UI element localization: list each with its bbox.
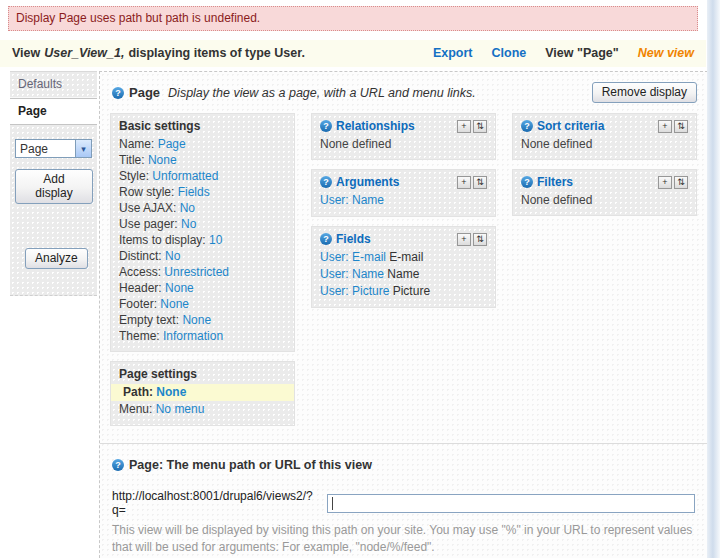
view-titlebar: ViewUser_View_1,displaying items of type…	[0, 40, 706, 67]
setting-value-link[interactable]: Information	[163, 329, 223, 343]
arguments-box: ? Arguments + ⇅ User: Name	[311, 169, 496, 217]
help-icon[interactable]: ?	[112, 87, 124, 99]
window-edge	[707, 0, 720, 558]
setting-row: Use pager: No	[119, 216, 286, 232]
add-display-button[interactable]: Add display	[15, 169, 93, 204]
setting-row: Access: Unrestricted	[119, 264, 286, 280]
setting-value-link[interactable]: No	[180, 201, 195, 215]
url-prefix: http://localhost:8001/drupal6/views2/?q=	[112, 489, 322, 517]
tab-page[interactable]: Page	[10, 98, 97, 125]
new-view-link[interactable]: New view	[638, 46, 694, 60]
field-item-label: Name	[387, 267, 419, 281]
sort-criteria-title-link[interactable]: Sort criteria	[537, 119, 604, 133]
relationships-empty: None defined	[320, 136, 487, 152]
setting-label: Use pager:	[119, 217, 178, 231]
setting-row: Row style: Fields	[119, 184, 286, 200]
settings-columns: Basic settings Name: Page Title: None St…	[110, 113, 697, 435]
sidebar-widgets: Page ▾ Add display Analyze	[10, 125, 97, 296]
help-icon[interactable]: ?	[521, 176, 533, 188]
path-input[interactable]	[327, 494, 695, 513]
filters-header: ? Filters + ⇅	[521, 175, 688, 189]
setting-label: Theme:	[119, 329, 160, 343]
setting-value-link[interactable]: Unrestricted	[164, 265, 229, 279]
display-description: Display the view as a page, with a URL a…	[168, 86, 592, 100]
field-item-link[interactable]: User: E-mail	[320, 250, 386, 264]
display-title: Page	[129, 85, 160, 100]
arguments-title-link[interactable]: Arguments	[336, 175, 399, 189]
argument-item-link[interactable]: User: Name	[320, 193, 384, 207]
setting-value-link[interactable]: 10	[209, 233, 222, 247]
path-form-title: Page: The menu path or URL of this view	[129, 458, 372, 472]
setting-value-link[interactable]: None	[165, 281, 194, 295]
display-details-panel: ? Page Display the view as a page, with …	[99, 71, 708, 558]
setting-value-link[interactable]: Unformatted	[152, 169, 218, 183]
setting-value-link[interactable]: Page	[158, 137, 186, 151]
rearrange-icon[interactable]: ⇅	[473, 233, 487, 246]
content-row: Defaults Page Page ▾ Add display Analyze…	[0, 67, 706, 558]
clone-link[interactable]: Clone	[492, 46, 527, 60]
add-icon[interactable]: +	[658, 176, 672, 189]
tab-defaults[interactable]: Defaults	[10, 71, 97, 98]
help-icon[interactable]: ?	[320, 176, 332, 188]
basic-settings-box: Basic settings Name: Page Title: None St…	[110, 113, 295, 352]
filters-title-link[interactable]: Filters	[537, 175, 573, 189]
setting-label: Title:	[119, 153, 145, 167]
sort-criteria-header: ? Sort criteria + ⇅	[521, 119, 688, 133]
field-item: User: Name Name	[320, 266, 487, 283]
filters-empty: None defined	[521, 192, 688, 208]
column-right: ? Sort criteria + ⇅ None defined	[512, 113, 697, 225]
field-item-label: Picture	[393, 284, 430, 298]
page-settings-box: Page settings Path: None Menu: No menu	[110, 361, 295, 426]
setting-row: Theme: Information	[119, 328, 286, 344]
analyze-button[interactable]: Analyze	[25, 248, 88, 269]
menu-value-link[interactable]: No menu	[156, 402, 205, 416]
setting-value-link[interactable]: None	[182, 313, 211, 327]
setting-label: Distinct:	[119, 249, 162, 263]
view-summary-suffix: displaying items of type User.	[128, 46, 304, 60]
rearrange-icon[interactable]: ⇅	[473, 120, 487, 133]
setting-row: Style: Unformatted	[119, 168, 286, 184]
path-form-heading: ? Page: The menu path or URL of this vie…	[112, 458, 695, 472]
column-middle: ? Relationships + ⇅ None defined	[311, 113, 496, 317]
export-link[interactable]: Export	[433, 46, 473, 60]
help-icon[interactable]: ?	[521, 120, 533, 132]
help-icon[interactable]: ?	[320, 233, 332, 245]
help-icon[interactable]: ?	[320, 120, 332, 132]
path-label: Path:	[119, 385, 153, 399]
add-icon[interactable]: +	[457, 120, 471, 133]
relationships-title-link[interactable]: Relationships	[336, 119, 415, 133]
display-type-select[interactable]: Page ▾	[15, 139, 92, 158]
fields-header: ? Fields + ⇅	[320, 232, 487, 246]
add-icon[interactable]: +	[457, 233, 471, 246]
arguments-header: ? Arguments + ⇅	[320, 175, 487, 189]
rearrange-icon[interactable]: ⇅	[473, 176, 487, 189]
setting-row: Items to display: 10	[119, 232, 286, 248]
column-settings: Basic settings Name: Page Title: None St…	[110, 113, 295, 435]
rearrange-icon[interactable]: ⇅	[674, 120, 688, 133]
fields-title-link[interactable]: Fields	[336, 232, 371, 246]
setting-value-link[interactable]: None	[160, 297, 189, 311]
filters-box: ? Filters + ⇅ None defined	[512, 169, 697, 216]
remove-display-button[interactable]: Remove display	[592, 82, 697, 103]
view-page-link[interactable]: View "Page"	[545, 46, 618, 60]
field-item-link[interactable]: User: Name	[320, 267, 384, 281]
field-item-link[interactable]: User: Picture	[320, 284, 389, 298]
setting-value-link[interactable]: No	[165, 249, 180, 263]
sort-criteria-empty: None defined	[521, 136, 688, 152]
add-icon[interactable]: +	[457, 176, 471, 189]
relationships-header: ? Relationships + ⇅	[320, 119, 487, 133]
setting-value-link[interactable]: Fields	[178, 185, 210, 199]
add-icon[interactable]: +	[658, 120, 672, 133]
path-help-text: This view will be displayed by visiting …	[112, 522, 695, 556]
setting-row: Footer: None	[119, 296, 286, 312]
field-item: User: E-mail E-mail	[320, 249, 487, 266]
views-admin-page: Display Page uses path but path is undef…	[0, 6, 706, 558]
setting-value-link[interactable]: No	[181, 217, 196, 231]
help-icon[interactable]: ?	[112, 459, 124, 471]
rearrange-icon[interactable]: ⇅	[674, 176, 688, 189]
path-value-link[interactable]: None	[156, 385, 186, 399]
setting-value-link[interactable]: None	[148, 153, 177, 167]
setting-label: Row style:	[119, 185, 174, 199]
view-actions: Export Clone View "Page" New view	[433, 46, 694, 60]
chevron-down-icon: ▾	[75, 140, 91, 157]
